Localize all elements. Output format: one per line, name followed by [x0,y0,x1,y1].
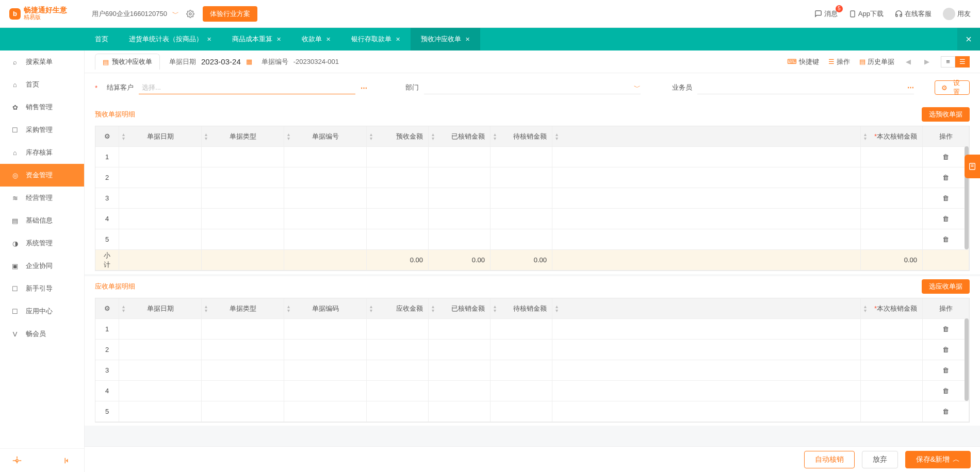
dept-select[interactable]: ﹀ [424,81,641,94]
history-link[interactable]: ▤历史单据 [859,57,894,66]
filter-row: * 结算客户 ⋯ 部门 ﹀ 业务员 ⋯ ⚙设置 [85,73,980,104]
shortcut-link[interactable]: ⌨快捷键 [787,57,819,66]
sidebar-item[interactable]: ✿销售管理 [0,96,84,119]
table-row[interactable]: 4🗑 [95,381,969,401]
select-prepay-button[interactable]: 选预收单据 [922,107,970,122]
sidebar-item[interactable]: ⌕搜索菜单 [0,50,84,73]
sidebar-item[interactable]: ◎资金管理 [0,164,84,187]
delete-icon[interactable]: 🗑 [923,209,969,229]
col-header[interactable]: ▴▾单据编码 [284,298,367,319]
messages-link[interactable]: 消息 5 [814,9,838,19]
delete-icon[interactable]: 🗑 [923,340,969,360]
close-icon[interactable]: ✕ [465,36,470,43]
table-row[interactable]: 2🗑 [95,340,969,360]
tab-item[interactable]: 银行存取款单✕ [341,28,411,50]
user-menu[interactable]: 用友 [943,8,971,20]
tab-item[interactable]: 首页 [85,28,119,50]
doc-date[interactable]: 2023-03-24 [201,57,241,66]
sidebar-item[interactable]: ☐采购管理 [0,119,84,141]
sidebar-item[interactable]: ☐应用中心 [0,300,84,323]
tab-item[interactable]: 商品成本重算✕ [222,28,291,50]
col-header[interactable]: ▴▾*本次核销金额 [861,126,923,147]
table-row[interactable]: 5🗑 [95,229,969,250]
customer-input[interactable] [139,81,355,94]
sidebar-label: 畅会员 [26,329,46,339]
col-header[interactable]: ▴▾单据日期 [119,298,202,319]
delete-icon[interactable]: 🗑 [923,147,969,167]
sidebar-item[interactable]: ▤基础信息 [0,209,84,232]
col-header[interactable]: ▴▾单据类型 [202,298,284,319]
cog-header[interactable]: ⚙ [95,126,119,147]
col-header[interactable]: ▴▾待核销金额 [491,126,552,147]
customer-service-link[interactable]: 在线客服 [895,9,932,19]
delete-icon[interactable]: 🗑 [923,188,969,209]
col-header[interactable]: ▴▾已核销金额 [429,126,491,147]
sidebar-item[interactable]: ⌂库存核算 [0,141,84,164]
col-header[interactable]: ▴▾ [552,126,861,147]
tab-item[interactable]: 预收冲应收单✕ [411,28,480,50]
discard-button[interactable]: 放弃 [862,451,898,468]
scrollbar[interactable] [965,318,969,401]
sidebar-item[interactable]: V畅会员 [0,323,84,345]
close-all-tabs[interactable] [957,28,980,50]
cog-header[interactable]: ⚙ [95,298,119,319]
prev-icon[interactable]: ◀ [904,58,913,65]
col-header[interactable]: ▴▾应收金额 [367,298,429,319]
col-header[interactable]: ▴▾单据类型 [202,126,284,147]
customer-field: * 结算客户 ⋯ [95,81,367,94]
table-row[interactable]: 3🗑 [95,360,969,381]
company-selector[interactable]: 用户690企业1660120750 ﹀ [92,9,179,19]
document-tab[interactable]: ▤ 预收冲应收单 [95,54,160,70]
close-icon[interactable]: ✕ [396,36,400,43]
sales-input[interactable]: ⋯ [697,81,914,94]
select-receivable-button[interactable]: 选应收单据 [922,279,970,294]
settings-button[interactable]: ⚙设置 [935,80,970,95]
close-icon[interactable]: ✕ [276,36,281,43]
sidebar-item[interactable]: ▣企业协同 [0,255,84,277]
app-download-link[interactable]: App下载 [849,9,884,19]
more-icon[interactable]: ⋯ [361,84,367,92]
col-header[interactable]: ▴▾ [552,298,861,319]
table-row[interactable]: 1🗑 [95,319,969,340]
chevron-down-icon: ﹀ [634,83,641,92]
col-header[interactable]: ▴▾预收金额 [367,126,429,147]
calendar-icon[interactable]: ▦ [246,58,252,65]
table-row[interactable]: 3🗑 [95,188,969,209]
sidebar-item[interactable]: ◑系统管理 [0,232,84,255]
sidebar-item[interactable]: ⌂首页 [0,73,84,96]
sidebar-item[interactable]: ☐新手引导 [0,277,84,300]
col-header[interactable]: ▴▾已核销金额 [429,298,491,319]
table-row[interactable]: 2🗑 [95,167,969,188]
close-icon[interactable]: ✕ [207,36,211,43]
col-header[interactable]: ▴▾待核销金额 [491,298,552,319]
delete-icon[interactable]: 🗑 [923,401,969,422]
sidebar-label: 新手引导 [26,284,53,293]
tab-item[interactable]: 进货单统计表（按商品）✕ [119,28,222,50]
col-header[interactable]: ▴▾单据日期 [119,126,202,147]
tab-item[interactable]: 收款单✕ [291,28,341,50]
delete-icon[interactable]: 🗑 [923,167,969,188]
sidebar-item[interactable]: ≋经营管理 [0,187,84,209]
delete-icon[interactable]: 🗑 [923,381,969,401]
operations-link[interactable]: ☰操作 [828,57,850,66]
collapse-icon[interactable] [62,456,72,465]
col-header[interactable]: ▴▾单据编号 [284,126,367,147]
table-row[interactable]: 1🗑 [95,147,969,167]
gear-icon[interactable] [186,10,194,18]
delete-icon[interactable]: 🗑 [923,360,969,381]
delete-icon[interactable]: 🗑 [923,319,969,340]
table-row[interactable]: 5🗑 [95,401,969,422]
next-icon[interactable]: ▶ [922,58,932,65]
col-header[interactable]: ▴▾*本次核销金额 [861,298,923,319]
close-icon[interactable]: ✕ [326,36,331,43]
right-drawer-toggle[interactable] [965,155,980,178]
view-card[interactable]: ☰ [955,56,970,68]
auto-match-button[interactable]: 自动核销 [804,451,855,468]
view-list[interactable]: ≡ [941,56,955,68]
save-new-button[interactable]: 保存&新增︿ [905,451,971,468]
more-icon[interactable]: ⋯ [907,83,914,91]
gear-icon[interactable] [12,456,22,465]
table-row[interactable]: 4🗑 [95,209,969,229]
delete-icon[interactable]: 🗑 [923,229,969,250]
trial-button[interactable]: 体验行业方案 [203,6,257,22]
